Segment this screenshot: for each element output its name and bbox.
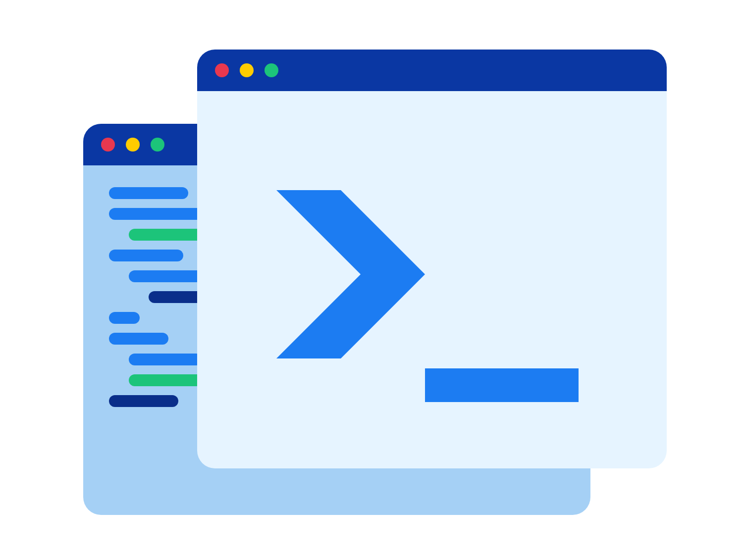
code-line — [109, 250, 183, 261]
prompt-chevron-icon — [276, 190, 425, 358]
terminal-body — [197, 91, 667, 468]
prompt-cursor-icon — [425, 368, 579, 402]
code-line — [129, 354, 202, 365]
minimize-icon[interactable] — [126, 138, 140, 152]
code-line — [109, 312, 140, 324]
terminal-titlebar — [197, 50, 667, 91]
zoom-icon[interactable] — [265, 63, 278, 77]
terminal-illustration — [54, 30, 689, 525]
code-line — [109, 395, 178, 407]
svg-marker-0 — [276, 190, 425, 358]
close-icon[interactable] — [215, 63, 229, 77]
terminal-window — [197, 50, 667, 468]
code-line — [109, 187, 188, 199]
code-line — [109, 333, 168, 345]
close-icon[interactable] — [101, 138, 115, 152]
minimize-icon[interactable] — [240, 63, 254, 77]
zoom-icon[interactable] — [151, 138, 164, 152]
